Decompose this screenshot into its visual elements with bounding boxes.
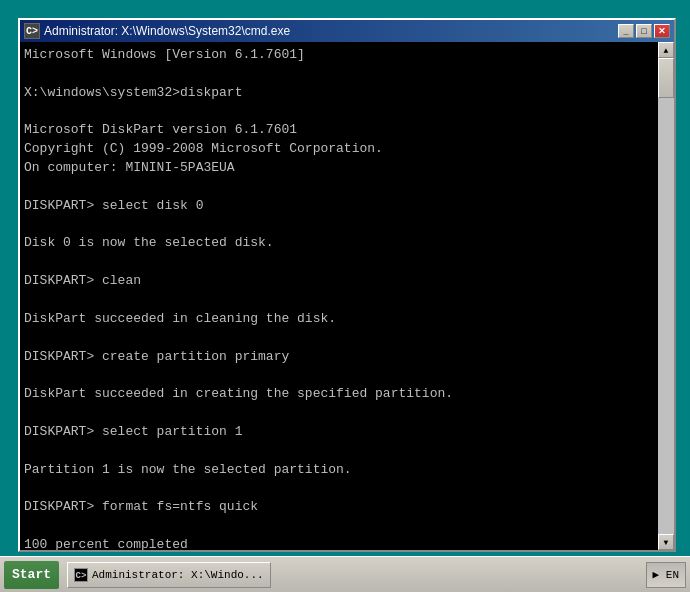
terminal-line [24,216,654,235]
terminal-line: DiskPart succeeded in creating the speci… [24,385,654,404]
taskbar: Start C> Administrator: X:\Windo... ▶ EN [0,556,690,592]
terminal-output[interactable]: Microsoft Windows [Version 6.1.7601] X:\… [20,42,658,550]
cmd-window: C> Administrator: X:\Windows\System32\cm… [18,18,676,552]
scroll-down-button[interactable]: ▼ [658,534,674,550]
cmd-title-icon: C> [24,23,40,39]
scroll-up-button[interactable]: ▲ [658,42,674,58]
terminal-line: DISKPART> format fs=ntfs quick [24,498,654,517]
terminal-line: DISKPART> clean [24,272,654,291]
maximize-button[interactable]: □ [636,24,652,38]
terminal-line [24,479,654,498]
terminal-line [24,253,654,272]
terminal-line: On computer: MININI-5PA3EUA [24,159,654,178]
minimize-button[interactable]: _ [618,24,634,38]
terminal-line [24,442,654,461]
taskbar-cmd-button[interactable]: C> Administrator: X:\Windo... [67,562,271,588]
system-tray: ▶ EN [646,562,686,588]
cmd-content: Microsoft Windows [Version 6.1.7601] X:\… [20,42,674,550]
clock: ▶ EN [653,568,679,581]
terminal-line [24,65,654,84]
terminal-line [24,517,654,536]
terminal-line [24,103,654,122]
scrollbar-thumb[interactable] [658,58,674,98]
terminal-line: 100 percent completed [24,536,654,550]
taskbar-cmd-label: Administrator: X:\Windo... [92,569,264,581]
terminal-line: X:\windows\system32>diskpart [24,84,654,103]
terminal-line [24,178,654,197]
terminal-line [24,329,654,348]
start-button[interactable]: Start [4,561,59,589]
taskbar-cmd-icon: C> [74,568,88,582]
start-label: Start [12,567,51,582]
terminal-line: Microsoft Windows [Version 6.1.7601] [24,46,654,65]
terminal-line: DISKPART> select disk 0 [24,197,654,216]
scrollbar[interactable]: ▲ ▼ [658,42,674,550]
terminal-line: Disk 0 is now the selected disk. [24,234,654,253]
terminal-line: DiskPart succeeded in cleaning the disk. [24,310,654,329]
terminal-line: DISKPART> create partition primary [24,348,654,367]
terminal-line [24,366,654,385]
terminal-line: Microsoft DiskPart version 6.1.7601 [24,121,654,140]
close-button[interactable]: ✕ [654,24,670,38]
window-controls: _ □ ✕ [618,24,670,38]
title-bar: C> Administrator: X:\Windows\System32\cm… [20,20,674,42]
window-title: Administrator: X:\Windows\System32\cmd.e… [44,24,618,38]
terminal-line: Partition 1 is now the selected partitio… [24,461,654,480]
terminal-line [24,404,654,423]
scrollbar-track[interactable] [658,58,674,534]
terminal-line [24,291,654,310]
terminal-line: DISKPART> select partition 1 [24,423,654,442]
terminal-line: Copyright (C) 1999-2008 Microsoft Corpor… [24,140,654,159]
